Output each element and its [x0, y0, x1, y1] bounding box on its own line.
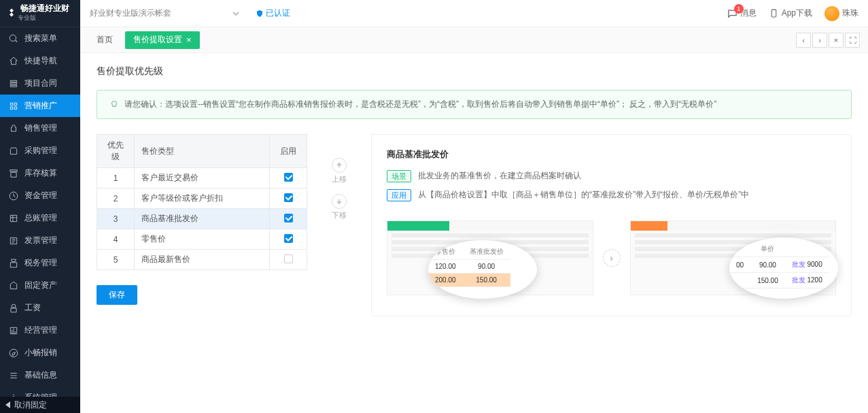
zoom-lens-right: 单价 0090.00批发 9000 150.00批发 1200: [729, 237, 838, 299]
table-row[interactable]: 4零售价: [97, 229, 307, 250]
scene-text: 批发业务的基准售价，在建立商品档案时确认: [418, 170, 581, 182]
brand-logo: 畅捷通好业财 专业版: [0, 0, 80, 27]
sidebar-icon: [8, 258, 19, 269]
cell-priority: 5: [97, 250, 135, 270]
cell-type: 客户最近交易价: [135, 168, 270, 188]
scene-tag: 场景: [387, 170, 411, 182]
sidebar-item-4[interactable]: 销售管理: [0, 117, 80, 139]
sidebar-label: 基础信息: [24, 369, 57, 381]
tab-prev-button[interactable]: ‹: [796, 33, 811, 48]
sidebar-item-2[interactable]: 项目合同: [0, 72, 80, 95]
sidebar-icon: [8, 168, 19, 179]
cell-priority: 1: [97, 168, 135, 188]
arrow-up-icon: [336, 162, 343, 169]
cell-type: 零售价: [135, 229, 270, 250]
sidebar-icon: [8, 123, 19, 134]
avatar: [824, 6, 839, 21]
chevron-down-icon: [232, 10, 239, 17]
table-row[interactable]: 5商品最新售价: [97, 250, 307, 270]
sidebar-icon: [8, 303, 19, 314]
cell-priority: 4: [97, 229, 135, 250]
col-type: 售价类型: [135, 135, 270, 168]
enable-checkbox[interactable]: [284, 254, 293, 263]
move-down-label: 下移: [332, 210, 347, 220]
sidebar-label: 库存核算: [24, 167, 57, 179]
sidebar-label: 资金管理: [24, 190, 57, 201]
tab-next-button[interactable]: ›: [812, 33, 827, 48]
sidebar-item-7[interactable]: 资金管理: [0, 184, 80, 207]
sidebar-item-13[interactable]: 经营管理: [0, 319, 80, 342]
fullscreen-button[interactable]: ⛶: [845, 33, 860, 48]
cell-type: 商品最新售价: [135, 250, 270, 270]
sidebar-label: 项目合同: [24, 78, 57, 89]
cell-type: 商品基准批发价: [135, 209, 270, 229]
arrow-down-icon: [336, 198, 343, 205]
sidebar-item-15[interactable]: 基础信息: [0, 364, 80, 386]
app-download-button[interactable]: App下载: [769, 7, 812, 19]
move-up-button[interactable]: 上移: [330, 158, 349, 184]
priority-table: 优先级 售价类型 启用 1客户最近交易价2客户等级价或客户折扣3商品基准批发价4…: [97, 134, 307, 270]
sidebar-item-11[interactable]: 固定资产: [0, 274, 80, 297]
sidebar-icon: [8, 56, 19, 67]
move-buttons: 上移 下移: [326, 134, 352, 220]
sidebar-item-8[interactable]: 总账管理: [0, 207, 80, 229]
sidebar-label: 搜索菜单: [24, 33, 57, 44]
sidebar-label: 税务管理: [24, 257, 57, 269]
sidebar-icon: [8, 146, 19, 156]
sidebar-item-1[interactable]: 快捷导航: [0, 50, 80, 72]
table-row[interactable]: 3商品基准批发价: [97, 209, 307, 229]
main-content: 售价提取优先级 请您确认：选项设置--销售设置“您在制作商品标准销售报价表时，是…: [80, 53, 868, 413]
shield-icon: [256, 9, 264, 18]
tab-price-extract-settings[interactable]: 售价提取设置 ×: [125, 31, 200, 49]
tabbar: 首页 售价提取设置 × ‹ › × ⛶: [80, 27, 868, 53]
sidebar-pin-toggle[interactable]: 取消固定: [0, 397, 80, 413]
user-name: 珠珠: [842, 7, 858, 19]
sidebar-item-0[interactable]: 搜索菜单: [0, 27, 80, 50]
move-up-label: 上移: [332, 174, 347, 184]
sidebar-icon: [8, 33, 19, 44]
priority-panel: 优先级 售价类型 启用 1客户最近交易价2客户等级价或客户折扣3商品基准批发价4…: [97, 134, 307, 305]
tab-home[interactable]: 首页: [88, 31, 121, 49]
enable-checkbox[interactable]: [284, 173, 293, 182]
close-icon[interactable]: ×: [186, 35, 192, 45]
sidebar-label: 小畅报销: [24, 347, 57, 359]
info-panel: 商品基准批发价 场景 批发业务的基准售价，在建立商品档案时确认 应用 从【商品价…: [371, 134, 852, 316]
info-title: 商品基准批发价: [387, 148, 836, 161]
save-button[interactable]: 保存: [97, 285, 137, 305]
sidebar-item-5[interactable]: 采购管理: [0, 139, 80, 162]
move-down-button[interactable]: 下移: [330, 194, 349, 220]
brand-icon: [5, 7, 18, 20]
sidebar-label: 总账管理: [24, 212, 57, 224]
sidebar-item-3[interactable]: 营销推广: [0, 95, 80, 117]
sidebar-item-14[interactable]: 小畅报销: [0, 342, 80, 364]
verified-text: 已认证: [266, 7, 290, 19]
sidebar-item-12[interactable]: 工资: [0, 297, 80, 319]
verified-badge: 已认证: [256, 7, 290, 19]
sidebar-item-6[interactable]: 库存核算: [0, 162, 80, 184]
sidebar-label: 采购管理: [24, 145, 57, 156]
tab-close-all-button[interactable]: ×: [829, 33, 844, 48]
table-row[interactable]: 1客户最近交易价: [97, 168, 307, 188]
bulb-icon: [109, 100, 119, 110]
user-menu[interactable]: 珠珠: [824, 6, 858, 21]
table-row[interactable]: 2客户等级价或客户折扣: [97, 188, 307, 209]
app-download-label: App下载: [782, 7, 812, 19]
enable-checkbox[interactable]: [284, 214, 293, 222]
sidebar-icon: [8, 348, 19, 359]
tab-label: 售价提取设置: [133, 34, 182, 46]
svg-rect-0: [771, 10, 776, 17]
zoom-lens-left: 零售价基准批发价 120.0090.00 200.00150.00: [428, 240, 537, 299]
messages-button[interactable]: 消息: [727, 7, 757, 19]
sidebar-item-10[interactable]: 税务管理: [0, 252, 80, 274]
enable-checkbox[interactable]: [284, 193, 293, 202]
sidebar-label: 工资: [24, 302, 41, 314]
sidebar-icon: [8, 191, 19, 201]
apply-tag: 应用: [387, 189, 411, 201]
sidebar-item-9[interactable]: 发票管理: [0, 229, 80, 252]
info-alert: 请您确认：选项设置--销售设置“您在制作商品标准销售报价表时，是含税还是无税”，…: [97, 90, 852, 119]
col-enable: 启用: [270, 135, 307, 168]
enable-checkbox[interactable]: [284, 234, 293, 243]
sidebar-label: 发票管理: [24, 235, 57, 246]
sidebar-label: 快捷导航: [24, 55, 57, 67]
account-select[interactable]: 好业财专业版演示帐套: [90, 7, 239, 19]
